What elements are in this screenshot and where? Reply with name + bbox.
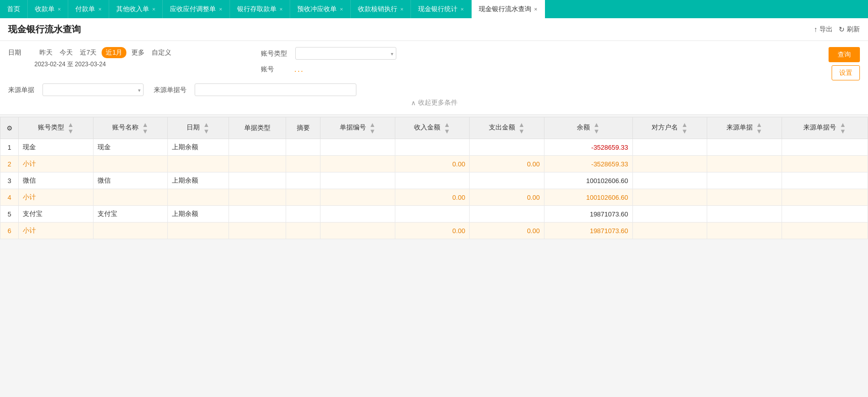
collapse-bar[interactable]: ∧ 收起更多条件 — [8, 96, 860, 110]
column-source-doc[interactable]: 来源单据 ▲▼ — [707, 117, 782, 139]
nav-home[interactable]: 首页 — [0, 0, 28, 18]
row-number: 5 — [1, 206, 19, 223]
cell-income: 0.00 — [395, 223, 470, 239]
row-number: 1 — [1, 139, 19, 156]
nav-yushou[interactable]: 预收冲应收单 × — [290, 0, 350, 18]
cell-source-doc-no — [782, 223, 867, 239]
column-date[interactable]: 日期 ▲▼ — [168, 117, 229, 139]
gear-icon: ⚙ — [7, 124, 13, 132]
custom-btn[interactable]: 自定义 — [150, 47, 173, 58]
nav-tiaozheng[interactable]: 应收应付调整单 × — [163, 0, 230, 18]
column-doc-no[interactable]: 单据编号 ▲▼ — [321, 117, 395, 139]
yesterday-btn[interactable]: 昨天 — [37, 47, 55, 58]
last7-btn[interactable]: 近7天 — [78, 47, 99, 58]
cell-counterpart — [632, 223, 707, 239]
acct-type-label: 账号类型 — [261, 49, 287, 58]
data-table: ⚙ 账号类型 ▲▼ 账号名称 ▲▼ 日期 ▲▼ 单据类型 摘 — [0, 117, 868, 239]
last1m-btn[interactable]: 近1月 — [102, 47, 126, 58]
row-number: 3 — [1, 172, 19, 189]
column-expense[interactable]: 支出金额 ▲▼ — [470, 117, 544, 139]
cell-source-doc — [707, 139, 782, 156]
refresh-button[interactable]: ↻ 刷新 — [839, 25, 860, 34]
source-doc-select[interactable] — [42, 83, 144, 96]
close-icon[interactable]: × — [400, 6, 403, 12]
close-icon[interactable]: × — [340, 6, 343, 12]
cell-doc-type — [229, 206, 286, 223]
nav-liushui[interactable]: 现金银行流水查询 × — [472, 0, 545, 18]
collapse-up-icon: ∧ — [411, 99, 416, 107]
date-quick-btns: 昨天 今天 近7天 近1月 更多 自定义 — [37, 47, 173, 58]
nav-fukuan[interactable]: 付款单 × — [68, 0, 109, 18]
cell-summary — [286, 156, 321, 172]
close-icon[interactable]: × — [98, 6, 101, 12]
query-button[interactable]: 查询 — [829, 47, 860, 62]
acct-num-dots[interactable]: ... — [294, 65, 304, 74]
cell-source-doc-no — [782, 189, 867, 206]
row-number: 2 — [1, 156, 19, 172]
cell-balance: 19871073.60 — [544, 223, 632, 239]
cell-doc-type — [229, 223, 286, 239]
close-icon[interactable]: × — [219, 6, 222, 12]
cell-income — [395, 172, 470, 189]
col-doc-no-label: 单据编号 — [340, 123, 366, 131]
col-source-doc-no-label: 来源单据号 — [803, 123, 836, 131]
cell-balance: 100102606.60 — [544, 172, 632, 189]
cell-balance: -3528659.33 — [544, 156, 632, 172]
source-doc-label: 来源单据 — [8, 85, 34, 95]
column-acct-name[interactable]: 账号名称 ▲▼ — [93, 117, 168, 139]
date-range-display: 2023-02-24 至 2023-03-24 — [34, 60, 261, 69]
nav-qita-shouru[interactable]: 其他收入单 × — [109, 0, 163, 18]
column-gear[interactable]: ⚙ — [1, 117, 19, 139]
close-icon[interactable]: × — [534, 6, 537, 12]
cell-doc-no — [321, 139, 395, 156]
close-icon[interactable]: × — [58, 6, 61, 12]
column-income[interactable]: 收入金额 ▲▼ — [395, 117, 470, 139]
cell-acct-type: 小计 — [19, 223, 94, 239]
cell-acct-name: 支付宝 — [93, 206, 168, 223]
cell-source-doc — [707, 223, 782, 239]
column-counterpart[interactable]: 对方户名 ▲▼ — [632, 117, 707, 139]
sort-icon: ▲▼ — [593, 121, 600, 135]
today-btn[interactable]: 今天 — [58, 47, 75, 58]
table-row: 5支付宝支付宝上期余额19871073.60 — [1, 206, 868, 223]
col-income-label: 收入金额 — [414, 123, 440, 131]
cell-acct-type: 现金 — [19, 139, 94, 156]
table-row: 1现金现金上期余额-3528659.33 — [1, 139, 868, 156]
close-icon[interactable]: × — [152, 6, 155, 12]
setting-button[interactable]: 设置 — [832, 65, 860, 80]
column-acct-type[interactable]: 账号类型 ▲▼ — [19, 117, 94, 139]
cell-doc-no — [321, 223, 395, 239]
sort-icon: ▲▼ — [67, 121, 74, 135]
close-icon[interactable]: × — [461, 6, 464, 12]
cell-date — [168, 189, 229, 206]
cell-acct-type: 微信 — [19, 172, 94, 189]
column-source-doc-no[interactable]: 来源单据号 ▲▼ — [782, 117, 867, 139]
more-btn[interactable]: 更多 — [129, 47, 147, 58]
col-balance-label: 余额 — [577, 123, 590, 131]
export-button[interactable]: ↑ 导出 — [814, 25, 833, 34]
nav-shoukuan[interactable]: 收款单 × — [28, 0, 68, 18]
close-icon[interactable]: × — [280, 6, 283, 12]
cell-source-doc-no — [782, 139, 867, 156]
cell-summary — [286, 172, 321, 189]
table-header-row: ⚙ 账号类型 ▲▼ 账号名称 ▲▼ 日期 ▲▼ 单据类型 摘 — [1, 117, 868, 139]
col-acct-type-label: 账号类型 — [38, 123, 64, 131]
nav-hexiao[interactable]: 收款核销执行 × — [351, 0, 411, 18]
col-doc-type-label: 单据类型 — [244, 124, 270, 131]
nav-tongji[interactable]: 现金银行统计 × — [411, 0, 471, 18]
cell-date — [168, 156, 229, 172]
source-doc-no-input[interactable] — [195, 83, 356, 96]
cell-date: 上期余额 — [168, 139, 229, 156]
cell-summary — [286, 206, 321, 223]
column-balance[interactable]: 余额 ▲▼ — [544, 117, 632, 139]
cell-source-doc-no — [782, 172, 867, 189]
cell-expense: 0.00 — [470, 156, 544, 172]
cell-expense — [470, 172, 544, 189]
nav-cunqu[interactable]: 银行存取款单 × — [230, 0, 290, 18]
acct-type-select[interactable] — [295, 47, 396, 60]
sort-icon: ▲▼ — [756, 121, 762, 135]
export-icon: ↑ — [814, 25, 817, 33]
cell-acct-name: 现金 — [93, 139, 168, 156]
cell-doc-type — [229, 139, 286, 156]
page-title: 现金银行流水查询 — [8, 23, 81, 35]
